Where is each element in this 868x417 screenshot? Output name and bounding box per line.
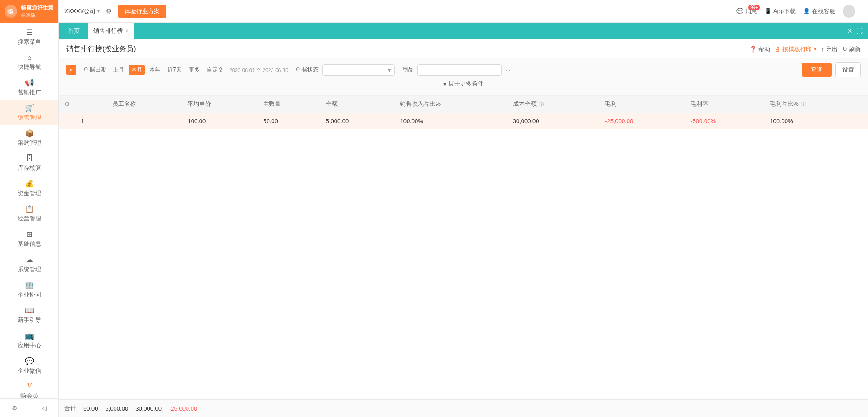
member-icon: V (27, 382, 32, 390)
sales-icon: 🛒 (25, 104, 34, 112)
sidebar-item-marketing[interactable]: 📢 营销推广 (0, 75, 58, 100)
sidebar-item-guide[interactable]: 📖 新手引导 (0, 302, 58, 328)
expand-icon: ▾ (443, 81, 446, 87)
search-menu-icon: ☰ (26, 28, 33, 37)
date-tab-this-month[interactable]: 本月 (129, 65, 145, 75)
home-icon: ⌂ (27, 53, 32, 62)
tabbar-right: ✕ ⛶ (847, 27, 866, 34)
sidebar-item-operations[interactable]: 📋 经营管理 (0, 201, 58, 226)
table-header-row: ⚙ 员工名称 平均单价 主数量 全额 销售收入占比% 成本全额 ⓘ 毛利 (59, 96, 868, 113)
finance-icon: 💰 (25, 179, 34, 188)
sidebar-item-system-label: 系统管理 (18, 265, 41, 273)
sidebar-item-sales[interactable]: 🛒 销售管理 (0, 100, 58, 125)
tab-close-all-icon[interactable]: ✕ (847, 27, 853, 34)
avatar[interactable] (843, 5, 855, 18)
content-area: 销售排行榜(按业务员) ❓ 帮助 🖨 按模板打印 ▾ ↑ 导出 ↻ 刷新 (59, 39, 868, 417)
export-icon: ↑ (821, 46, 825, 53)
settings-button[interactable]: 设置 (835, 62, 861, 77)
query-button[interactable]: 查询 (802, 63, 832, 77)
app-download-icon: 📱 (764, 8, 772, 14)
sidebar-item-enterprise-label: 企业协同 (18, 291, 41, 299)
marketing-icon: 📢 (25, 78, 34, 87)
col-settings: ⚙ (59, 96, 76, 113)
export-label: 导出 (826, 45, 838, 53)
sidebar-item-member-label: 畅会员 (20, 392, 38, 398)
sidebar-item-app-center[interactable]: 📺 应用中心 (0, 328, 58, 353)
print-icon: 🖨 (775, 46, 781, 53)
refresh-icon: ↻ (842, 46, 847, 53)
tab-home[interactable]: 首页 (61, 23, 87, 39)
row-settings-cell (59, 113, 76, 129)
app-download-label: App下载 (773, 7, 796, 15)
date-tab-custom[interactable]: 自定义 (204, 65, 226, 75)
trial-button[interactable]: 体验行业方案 (118, 5, 166, 18)
template-print-button[interactable]: 🖨 按模板打印 ▾ (775, 45, 817, 53)
sidebar-settings-icon[interactable]: ⚙ (10, 403, 19, 413)
date-tab-this-year[interactable]: 本年 (147, 65, 163, 75)
table-body: 1 100.00 50.00 5,000.00 100.00% 30,000.0… (59, 113, 868, 129)
message-icon: 💬 (736, 8, 743, 14)
row-cost-cell: 30,000.00 (508, 113, 599, 129)
tab-fullscreen-icon[interactable]: ⛶ (856, 27, 863, 34)
sidebar-item-system[interactable]: ☁ 系统管理 (0, 252, 58, 277)
col-cost-label: 成本全额 (513, 101, 537, 107)
topbar-settings-icon[interactable]: ⚙ (106, 7, 112, 15)
sidebar-item-sales-label: 销售管理 (18, 114, 41, 122)
sidebar-item-app-center-label: 应用中心 (18, 341, 41, 350)
sidebar-item-quick-nav[interactable]: ⌂ 快捷导航 (0, 50, 58, 75)
sidebar-item-wechat[interactable]: 💬 企业微信 (0, 353, 58, 379)
cost-info-icon[interactable]: ⓘ (539, 101, 544, 107)
refresh-button[interactable]: ↻ 刷新 (842, 45, 861, 53)
sidebar-item-basic-info[interactable]: ⊞ 基础信息 (0, 226, 58, 252)
footer-total: 合计 (64, 404, 76, 412)
sidebar-item-quick-nav-label: 快捷导航 (18, 63, 41, 71)
date-tab-last7days[interactable]: 近7天 (165, 65, 184, 75)
footer-cost-value: 30,000.00 (135, 405, 162, 412)
sidebar-item-finance[interactable]: 💰 资金管理 (0, 176, 58, 201)
export-button[interactable]: ↑ 导出 (821, 45, 838, 53)
expand-more-button[interactable]: ▾ 展开更多条件 (66, 77, 861, 91)
online-service-button[interactable]: 👤 在线客服 (803, 7, 835, 15)
filter-action-btns: 查询 设置 (802, 62, 861, 77)
help-icon: ❓ (749, 46, 757, 53)
row-quantity-cell: 50.00 (258, 113, 320, 129)
sidebar-item-inventory-label: 库存核算 (18, 164, 41, 172)
company-selector[interactable]: XXXXX公司 ▾ (64, 7, 100, 15)
sidebar-item-inventory[interactable]: 🗄 库存核算 (0, 151, 58, 176)
sidebar-item-member[interactable]: V 畅会员 (0, 379, 58, 398)
row-gross-cell: -25,000.00 (599, 113, 685, 129)
app-download-button[interactable]: 📱 App下载 (764, 7, 796, 15)
row-gross-rate-cell: -500.00% (685, 113, 764, 129)
message-button[interactable]: 💬 消息 99+ (736, 7, 757, 15)
service-label: 在线客服 (812, 7, 835, 15)
filter-collapse-button[interactable]: « (66, 65, 76, 75)
logo-icon: 畅 (4, 4, 18, 19)
guide-icon: 📖 (25, 306, 34, 315)
app-center-icon: 📺 (25, 331, 34, 340)
goods-more-icon[interactable]: ··· (505, 67, 510, 73)
col-employee: 员工名称 (107, 96, 182, 113)
date-tab-more[interactable]: 更多 (186, 65, 202, 75)
gross-pct-info-icon[interactable]: ⓘ (801, 101, 806, 107)
sidebar-collapse-icon[interactable]: ◁ (40, 403, 48, 413)
row-amount-cell: 5,000.00 (321, 113, 395, 129)
tab-close-icon[interactable]: × (125, 28, 129, 34)
company-dropdown-icon: ▾ (97, 9, 100, 14)
goods-input[interactable] (417, 64, 502, 76)
row-employee-cell (107, 113, 182, 129)
page-actions: ❓ 帮助 🖨 按模板打印 ▾ ↑ 导出 ↻ 刷新 (749, 45, 861, 53)
footer-quantity-value: 50.00 (83, 405, 98, 412)
status-select[interactable] (322, 64, 395, 76)
template-print-label: 按模板打印 (782, 45, 812, 53)
row-avg-price-cell: 100.00 (182, 113, 258, 129)
date-tab-prev-month[interactable]: 上月 (110, 65, 127, 75)
sidebar-item-purchase[interactable]: 📦 采购管理 (0, 125, 58, 151)
sidebar-item-search[interactable]: ☰ 搜索菜单 (0, 24, 58, 50)
column-settings-icon[interactable]: ⚙ (64, 101, 70, 108)
tab-sales-ranking[interactable]: 销售排行榜 × (88, 23, 134, 39)
sidebar-item-enterprise[interactable]: 🏢 企业协同 (0, 277, 58, 302)
company-name: XXXXX公司 (64, 7, 96, 15)
topbar-right: 💬 消息 99+ 📱 App下载 👤 在线客服 (736, 5, 863, 18)
svg-text:畅: 畅 (7, 8, 13, 15)
help-button[interactable]: ❓ 帮助 (749, 45, 770, 53)
